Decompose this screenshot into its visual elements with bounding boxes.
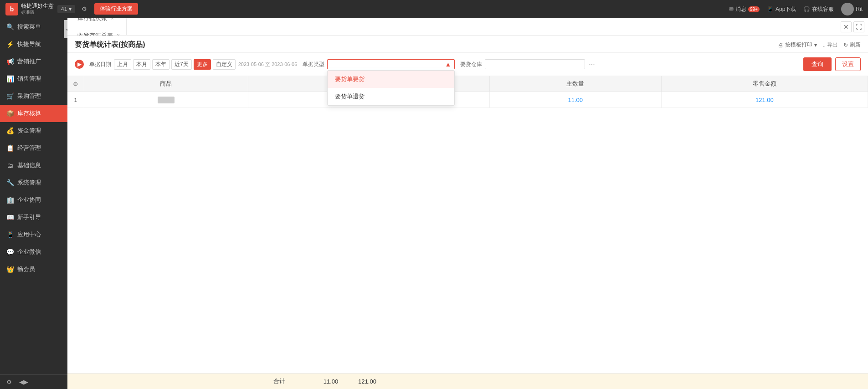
sidebar-bottom: ⚙ ◀▶ [0,374,67,389]
filter-bar: ▶ 单据日期 上月 本月 本年 近7天 更多 自定义 2023-05-06 至 … [67,53,868,76]
sidebar-item-guide[interactable]: 📖 新手引导 [0,209,67,226]
sidebar: ◀ 🔍 搜索菜单 ⚡ 快捷导航 📢 营销推广 📊 销售管理 🛒 采购管理 📦 库… [0,18,67,389]
sidebar-item-app_center[interactable]: 📱 应用中心 [0,226,67,243]
cell-product-0 [84,92,248,108]
date-btn-this-year[interactable]: 本年 [152,59,169,70]
type-filter-wrap: ▲ 要货单要货 要货单退货 [327,59,455,69]
sidebar-icon-purchase: 🛒 [6,92,14,100]
sidebar-item-search[interactable]: 🔍 搜索菜单 [0,18,67,36]
logo-icon: b [5,3,18,15]
type-filter-input[interactable] [327,59,455,69]
tab-close-inventory_batch[interactable]: × [111,18,114,21]
message-icon: ✉ [729,6,734,12]
tab-inventory_batch[interactable]: 库存批次账× [71,18,127,27]
sidebar-item-sales[interactable]: 📊 销售管理 [0,70,67,87]
date-filter-group: 单据日期 上月 本月 本年 近7天 更多 自定义 2023-05-06 至 20… [89,59,297,70]
type-filter-group: 单据类型 ▲ 要货单要货 要货单退货 [303,59,455,69]
app-download-icon: 📱 [767,6,774,12]
type-filter-arrow-icon[interactable]: ▲ [445,61,451,68]
sidebar-item-quick_nav[interactable]: ⚡ 快捷导航 [0,36,67,53]
store-name: 41 [61,6,67,12]
product-name-0 [158,97,174,103]
content-area: 首页库存批次账×收发存汇总表×要货单统计表× ✕ ⛶ 要货单统计表(按商品) 🖨… [67,18,868,389]
sidebar-label-search: 搜索菜单 [17,23,41,31]
sidebar-label-finance: 资金管理 [17,127,41,135]
amount-link-0[interactable]: 121.00 [755,97,774,103]
cell-qty-0: 11.00 [489,92,661,108]
sidebar-settings-icon[interactable]: ⚙ [6,379,12,385]
store-selector[interactable]: 41 ▾ [57,5,75,13]
sidebar-item-purchase[interactable]: 🛒 采购管理 [0,87,67,105]
tab-controls: ✕ ⛶ [841,21,864,32]
footer-qty: 11.00 [313,378,349,385]
sidebar-item-enterprise[interactable]: 🏢 企业协同 [0,191,67,209]
sidebar-icon-finance: 💰 [6,127,14,134]
date-btn-7days[interactable]: 近7天 [171,59,192,70]
col-qty: 主数量 [489,76,661,92]
sidebar-icon-enterprise: 🏢 [6,196,14,204]
close-all-tabs-button[interactable]: ✕ [841,21,852,32]
type-option-order-goods[interactable]: 要货单要货 [328,71,454,88]
sidebar-item-system[interactable]: 🔧 系统管理 [0,174,67,191]
column-settings-icon[interactable]: ⚙ [73,81,78,87]
online-service-item[interactable]: 🎧 在线客服 [803,5,834,13]
sidebar-icon-system: 🔧 [6,179,14,186]
brand-info: 畅捷通好生意 标准版 [21,3,54,15]
refresh-button[interactable]: ↻ 刷新 [843,41,861,49]
warehouse-more-icon[interactable]: ··· [589,60,595,68]
col-settings: ⚙ [67,76,84,92]
sidebar-label-purchase: 采购管理 [17,92,41,100]
sidebar-label-quick_nav: 快捷导航 [17,40,41,48]
sidebar-collapse-btn[interactable]: ◀ [64,20,67,38]
online-service-label: 在线客服 [812,5,834,13]
sidebar-items-container: 🔍 搜索菜单 ⚡ 快捷导航 📢 营销推广 📊 销售管理 🛒 采购管理 📦 库存核… [0,18,67,278]
query-button[interactable]: 查询 [803,57,832,71]
date-quick-buttons: 上月 本月 本年 近7天 更多 自定义 [114,59,236,70]
sidebar-item-basic_info[interactable]: 🗂 基础信息 [0,157,67,174]
type-filter-label: 单据类型 [303,61,324,68]
sidebar-label-enterprise: 企业协同 [17,196,41,204]
date-btn-this-month[interactable]: 本月 [133,59,150,70]
messages-label: 消息 [735,5,746,13]
sidebar-label-inventory: 库存核算 [17,109,41,118]
settings-icon[interactable]: ⚙ [82,5,87,12]
dropdown-arrow-icon: ▾ [69,6,72,12]
print-label: 按模板打印 [785,41,812,49]
industry-button[interactable]: 体验行业方案 [94,3,138,15]
app-download-item[interactable]: 📱 App下载 [767,5,796,13]
brand-sub: 标准版 [21,9,54,15]
export-button[interactable]: ↓ 导出 [822,41,838,49]
print-button[interactable]: 🖨 按模板打印 ▾ [778,41,817,49]
maximize-button[interactable]: ⛶ [853,21,864,32]
warehouse-filter-input[interactable] [485,59,585,69]
sidebar-item-marketing[interactable]: 📢 营销推广 [0,53,67,70]
date-btn-custom[interactable]: 自定义 [213,59,236,70]
page-header-actions: 🖨 按模板打印 ▾ ↓ 导出 ↻ 刷新 [778,41,861,49]
type-option-order-return[interactable]: 要货单退货 [328,88,454,105]
sidebar-item-wechat[interactable]: 💬 企业微信 [0,243,67,261]
sidebar-item-vip[interactable]: 👑 畅会员 [0,261,67,278]
sidebar-fold-icon[interactable]: ◀▶ [19,379,28,385]
expand-filter-button[interactable]: ▶ [75,60,84,69]
filter-settings-button[interactable]: 设置 [835,57,861,71]
user-item[interactable]: Rit [841,3,863,15]
data-table: ⚙ 商品 主计量单位 主数量 零售金额 1 块 11.00 121.00 [67,76,868,108]
header-right: ✉ 消息 99+ 📱 App下载 🎧 在线客服 Rit [729,3,863,15]
date-btn-prev-month[interactable]: 上月 [114,59,131,70]
date-filter-label: 单据日期 [89,61,111,68]
tab-bar: 首页库存批次账×收发存汇总表×要货单统计表× ✕ ⛶ [67,18,868,36]
table-body: 1 块 11.00 121.00 [67,92,868,108]
qty-link-0[interactable]: 11.00 [568,97,583,103]
messages-item[interactable]: ✉ 消息 99+ [729,5,760,13]
sidebar-icon-app_center: 📱 [6,231,14,238]
page-content: 要货单统计表(按商品) 🖨 按模板打印 ▾ ↓ 导出 ↻ 刷新 [67,36,868,389]
date-btn-more[interactable]: 更多 [194,59,211,70]
sidebar-item-inventory[interactable]: 📦 库存核算 [0,105,67,122]
sidebar-label-marketing: 营销推广 [17,57,41,66]
sidebar-label-sales: 销售管理 [17,75,41,83]
sidebar-item-business[interactable]: 📋 经营管理 [0,139,67,157]
header-left: b 畅捷通好生意 标准版 41 ▾ ⚙ 体验行业方案 [5,3,138,15]
sidebar-label-wechat: 企业微信 [17,248,41,256]
tab-label-inventory_batch: 库存批次账 [77,18,107,22]
sidebar-item-finance[interactable]: 💰 资金管理 [0,122,67,139]
